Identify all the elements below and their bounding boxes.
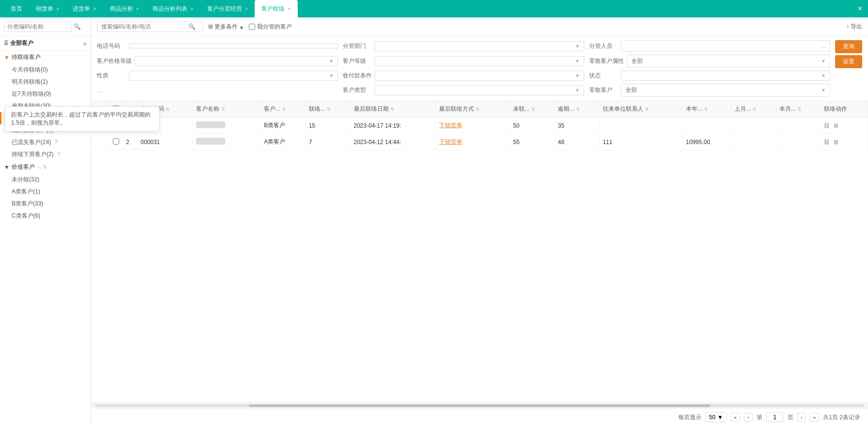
manager-select[interactable]: ...	[621, 40, 830, 52]
sidebar-group-pending-contact[interactable]: ▼ 待联络客户	[0, 51, 91, 64]
prev-page-button[interactable]: ‹	[744, 413, 753, 422]
dept-select[interactable]: ▼	[375, 41, 584, 51]
declining-help-icon[interactable]: ?	[57, 151, 61, 158]
more-conditions-button[interactable]: ⊞ 更多条件 ▲	[208, 23, 244, 31]
col-last-method: 最后联络方式 ⇅	[436, 101, 510, 118]
row2-type: A类客户	[261, 134, 306, 150]
next-page-button[interactable]: ›	[797, 413, 806, 422]
manager-more-icon[interactable]: ...	[821, 43, 826, 49]
customer-type-chevron-icon: ▼	[575, 88, 580, 93]
price-grade-chevron-icon: ▼	[329, 59, 334, 64]
sidebar-search-icon[interactable]: 🔍	[74, 23, 81, 30]
chevron-down-icon: ▲	[239, 24, 244, 29]
close-product-analysis-icon[interactable]: ×	[136, 6, 139, 12]
sort-contact-icon[interactable]: ⇅	[327, 106, 331, 112]
setting-button[interactable]: 设置	[835, 55, 862, 68]
filter-dept: 分管部门 ▼	[343, 41, 584, 51]
sidebar-group-value-customer[interactable]: ▼ 价值客户 ○ ✎	[0, 161, 91, 174]
sidebar-item-declining[interactable]: 持续下滑客户(2) ?	[0, 148, 91, 161]
customer-type-select[interactable]: ▼	[375, 85, 584, 95]
nav-home[interactable]: 首页	[4, 0, 29, 17]
row2-checkbox	[108, 134, 123, 150]
row2-last-method: 下销货单	[436, 134, 510, 150]
sidebar-item-churned[interactable]: 已流失客户(24) ?	[0, 136, 91, 148]
churned-help-icon[interactable]: ?	[55, 139, 58, 146]
row2-last-method-link[interactable]: 下销货单	[439, 138, 462, 145]
nav-sales-order[interactable]: 销货单 ×	[29, 0, 66, 17]
close-customer-segmentation-icon[interactable]: ×	[245, 6, 248, 12]
dept-label: 分管部门	[343, 42, 372, 50]
retail-attr-select[interactable]: 全部 ▼	[627, 55, 830, 68]
retail-customer-select[interactable]: 全部 ▼	[621, 84, 830, 97]
sidebar-item-today-contact[interactable]: 今天待联络(0)	[0, 64, 91, 76]
search-icon[interactable]: 🔍	[188, 23, 196, 30]
row1-grid-icon[interactable]: ⊞	[834, 122, 838, 129]
sidebar-item-7day-contact[interactable]: 近7天待联络(0)	[0, 88, 91, 100]
row1-type: B类客户	[261, 118, 306, 134]
top-navigation: 首页 销货单 × 进货单 × 商品分析 × 商品分析列表 × 客户分层经营 × …	[0, 0, 868, 17]
row2-link-icon[interactable]: ⛓	[824, 139, 830, 146]
sidebar-item-b-class[interactable]: B类客户(33)	[0, 198, 91, 210]
close-customer-contact-icon[interactable]: ×	[288, 6, 290, 12]
collapse-sidebar-icon[interactable]: »	[83, 40, 87, 47]
my-customers-checkbox[interactable]	[249, 24, 255, 30]
sort-code-icon[interactable]: ⇅	[166, 106, 169, 112]
col-last-date-label: 最后联络日期	[354, 105, 389, 112]
status-chevron-icon: ▼	[821, 73, 826, 78]
sort-this-month-icon[interactable]: ⇅	[797, 106, 801, 112]
row2-select-checkbox[interactable]	[113, 138, 119, 145]
edit-group-icon[interactable]: ○ ✎	[38, 164, 48, 171]
sort-name-icon[interactable]: ⇅	[221, 106, 225, 112]
close-sales-order-icon[interactable]: ×	[56, 6, 59, 12]
content-area: 🔍 ⊞ 更多条件 ▲ 我分管的客户 ↑ 导出	[91, 17, 868, 426]
col-name-label: 客户名称	[196, 105, 219, 112]
close-purchase-order-icon[interactable]: ×	[93, 6, 96, 12]
sidebar-item-a-class[interactable]: A类客户(1)	[0, 186, 91, 198]
status-select[interactable]: ▼	[621, 71, 830, 81]
sort-last-month-icon[interactable]: ⇅	[752, 106, 756, 112]
horizontal-scrollbar[interactable]	[91, 402, 868, 408]
sidebar-item-c-class[interactable]: C类客户(6)	[0, 210, 91, 222]
sort-overdue-icon[interactable]: ⇅	[576, 106, 580, 112]
row1-last-method-link[interactable]: 下销货单	[439, 122, 462, 129]
gender-select[interactable]: ▼	[129, 71, 338, 81]
sidebar-search-input[interactable]	[4, 21, 72, 32]
search-input[interactable]	[101, 23, 188, 30]
nav-customer-contact[interactable]: 客户联络 ×	[255, 0, 297, 17]
phone-input[interactable]	[129, 44, 338, 48]
customer-grade-select[interactable]: ▼	[375, 56, 584, 66]
sort-last-date-icon[interactable]: ⇅	[390, 106, 394, 112]
sort-last-method-icon[interactable]: ⇅	[475, 106, 479, 112]
sidebar-item-ungrouped[interactable]: 未分组(32)	[0, 174, 91, 186]
sort-company-contact-icon[interactable]: ⇅	[645, 106, 649, 112]
row2-grid-icon[interactable]: ⊞	[834, 139, 838, 146]
sort-type-icon[interactable]: ⇅	[282, 106, 286, 112]
sidebar-item-tomorrow-contact[interactable]: 明天待联络(1)	[0, 76, 91, 88]
page-size-select[interactable]: 50 ▼	[705, 412, 726, 422]
table-header-row: ⚙ 客户编码 ⇅ 客户名称 ⇅	[91, 101, 868, 118]
nav-purchase-order[interactable]: 进货单 ×	[66, 0, 103, 17]
first-page-button[interactable]: «	[731, 413, 740, 422]
export-button[interactable]: ↑ 导出	[846, 23, 862, 31]
filter-row-1: 电话号码 分管部门 ▼ 分管人员	[97, 40, 830, 52]
window-close-button[interactable]: ×	[858, 4, 862, 13]
close-product-analysis-list-icon[interactable]: ×	[190, 6, 193, 12]
page-number-input[interactable]	[766, 412, 784, 422]
nav-customer-segmentation[interactable]: 客户分层经营 ×	[200, 0, 255, 17]
sort-uncontacted-icon[interactable]: ⇅	[531, 106, 535, 112]
last-page-button[interactable]: »	[809, 413, 819, 422]
price-grade-select[interactable]: ▼	[135, 56, 338, 66]
nav-product-analysis-list[interactable]: 商品分析列表 ×	[146, 0, 200, 17]
row1-link-icon[interactable]: ⛓	[824, 122, 830, 129]
sidebar-search-area: 🔍	[0, 17, 91, 36]
row2-actions: ⛓ ⊞	[824, 139, 865, 146]
scroll-thumb[interactable]	[249, 404, 710, 407]
row1-last-method: 下销货单	[436, 118, 510, 134]
nav-product-analysis[interactable]: 商品分析 ×	[103, 0, 146, 17]
customer-table: ⚙ 客户编码 ⇅ 客户名称 ⇅	[91, 101, 868, 150]
payment-select[interactable]: ▼	[375, 71, 584, 81]
sort-this-year-icon[interactable]: ⇅	[704, 106, 708, 112]
query-button[interactable]: 查询	[835, 40, 862, 53]
row1-action: ⛓ ⊞	[821, 118, 868, 134]
sidebar-all-customers[interactable]: ⠿ 全部客户 »	[0, 36, 91, 51]
